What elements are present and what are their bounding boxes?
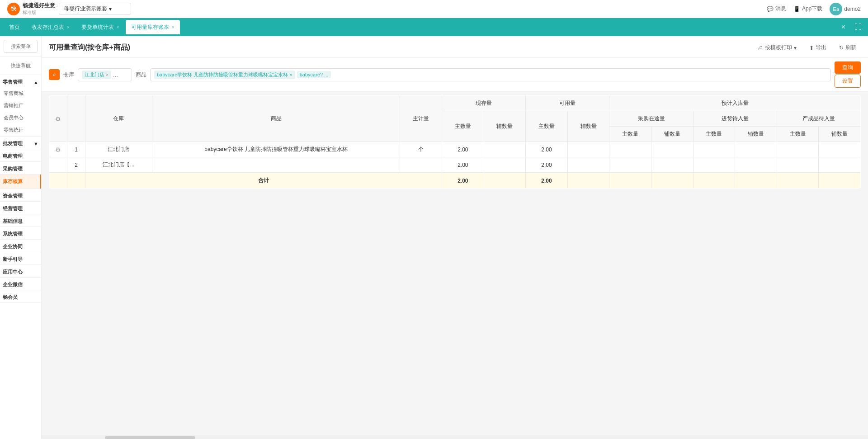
- th-purchase-sub: 辅数量: [651, 127, 693, 142]
- row2-finished-sub: [819, 157, 861, 173]
- row1-gear-icon[interactable]: ⚙: [55, 146, 61, 153]
- product-tag-1: babycare学饮杯 儿童防摔防撞吸管杯重力球吸嘴杯宝宝水杯 ×: [154, 71, 295, 79]
- sidebar-section-ecommerce-title[interactable]: 电商管理: [0, 149, 41, 161]
- row1-unit: 个: [400, 142, 442, 157]
- industry-selector[interactable]: 母婴行业演示账套 ▾: [59, 3, 131, 15]
- product-filter[interactable]: babycare学饮杯 儿童防摔防撞吸管杯重力球吸嘴杯宝宝水杯 × babyca…: [150, 68, 831, 81]
- summary-available-main: 2.00: [526, 173, 568, 189]
- message-label: 消息: [775, 5, 786, 13]
- tab-receipts[interactable]: 收发存汇总表 ×: [26, 20, 75, 34]
- gear-icon[interactable]: ⚙: [55, 115, 61, 123]
- sidebar-item-retail-shop[interactable]: 零售商城: [0, 87, 41, 99]
- tab-home[interactable]: 首页: [4, 20, 25, 34]
- row2-current-sub: [484, 157, 526, 173]
- export-icon: ⬆: [809, 45, 814, 51]
- row1-gear[interactable]: ⚙: [49, 142, 67, 157]
- query-btn[interactable]: 查询: [835, 61, 861, 74]
- message-icon: 💬: [767, 6, 774, 12]
- sidebar-section-wechat: 企业微信: [0, 278, 41, 290]
- tab-available-stock-close[interactable]: ×: [172, 25, 175, 30]
- tab-receipts-close[interactable]: ×: [67, 25, 70, 30]
- message-btn[interactable]: 💬 消息: [767, 5, 786, 13]
- summary-purchase-sub: [651, 173, 693, 189]
- wholesale-arrow-icon: ▼: [33, 141, 38, 146]
- sidebar-section-purchase: 采购管理: [0, 162, 41, 175]
- sidebar-section-wholesale-title[interactable]: 批发管理 ▼: [0, 137, 41, 149]
- sidebar-item-quick-nav[interactable]: 快捷导航: [0, 59, 41, 73]
- sidebar-item-marketing[interactable]: 营销推广: [0, 99, 41, 112]
- maximize-window-btn[interactable]: ⛶: [852, 22, 864, 32]
- sidebar-section-basic-title[interactable]: 基础信息: [0, 214, 41, 227]
- sidebar-section-enterprise-title[interactable]: 企业协同: [0, 240, 41, 252]
- purchase-title-text: 采购管理: [3, 165, 23, 172]
- sidebar-section-wholesale: 批发管理 ▼: [0, 137, 41, 149]
- sidebar-section-basic: 基础信息: [0, 214, 41, 227]
- brand-logo: 快 畅捷通好生意 标准版: [7, 2, 55, 16]
- content-area: 可用量查询(按仓库+商品) 🖨 按模板打印 ▾ ⬆ 导出 ↻ 刷新 »: [42, 36, 868, 439]
- print-chevron-icon: ▾: [794, 45, 797, 51]
- warehouse-filter[interactable]: 江北门店 × ...: [78, 68, 132, 81]
- app-download-btn[interactable]: 📱 App下载: [793, 5, 822, 13]
- warehouse-dots[interactable]: ...: [113, 71, 118, 78]
- filter-expand-btn[interactable]: »: [49, 69, 60, 80]
- sidebar-section-retail-title[interactable]: 零售管理 ▲: [0, 75, 41, 87]
- sidebar-section-inventory-title[interactable]: 库存核算: [0, 175, 41, 189]
- row2-available-sub: [567, 157, 609, 173]
- summary-row: 合计 2.00 2.00: [49, 173, 861, 189]
- operations-title-text: 经营管理: [3, 205, 23, 212]
- row2-gear[interactable]: [49, 157, 67, 173]
- finance-title-text: 资金管理: [3, 193, 23, 199]
- refresh-btn[interactable]: ↻ 刷新: [835, 42, 861, 54]
- sidebar-item-member[interactable]: 会员中心: [0, 112, 41, 124]
- app-download-label: App下载: [802, 5, 822, 13]
- warehouse-tag-remove[interactable]: ×: [106, 72, 108, 77]
- export-btn[interactable]: ⬆ 导出: [805, 42, 831, 54]
- summary-gear: [49, 173, 67, 189]
- product-tag-2-suffix: ...: [324, 72, 328, 77]
- wechat-title-text: 企业微信: [3, 281, 23, 288]
- row2-finished-main: [777, 157, 819, 173]
- sidebar-section-system-title[interactable]: 系统管理: [0, 227, 41, 239]
- user-profile[interactable]: Ea demo2: [830, 3, 861, 15]
- close-window-btn[interactable]: ×: [839, 22, 848, 32]
- sidebar-section-vip-title[interactable]: 畅会员: [0, 290, 41, 302]
- th-warehouse: 仓库: [85, 96, 152, 142]
- tab-orders[interactable]: 要货单统计表 ×: [76, 20, 125, 34]
- product-tag-2-label: babycare?: [300, 72, 323, 77]
- top-bar: 快 畅捷通好生意 标准版 母婴行业演示账套 ▾ 💬 消息 📱 App下载 Ea …: [0, 0, 868, 18]
- tab-home-label: 首页: [9, 24, 20, 31]
- avatar: Ea: [830, 3, 842, 15]
- product-tag-2: babycare? ...: [297, 71, 331, 78]
- row2-inbound-main: [693, 157, 735, 173]
- sidebar-section-apps-title[interactable]: 应用中心: [0, 265, 41, 277]
- bottom-scrollbar[interactable]: [42, 435, 868, 439]
- search-menu-btn[interactable]: 搜索菜单: [4, 40, 38, 53]
- th-gear: ⚙: [49, 96, 67, 142]
- sidebar-section-finance-title[interactable]: 资金管理: [0, 189, 41, 201]
- sidebar-section-operations-title[interactable]: 经营管理: [0, 202, 41, 214]
- sidebar-section-operations: 经营管理: [0, 202, 41, 214]
- print-btn[interactable]: 🖨 按模板打印 ▾: [753, 42, 801, 54]
- th-available-sub: 辅数量: [567, 111, 609, 142]
- sidebar-section-newbie-title[interactable]: 新手引导: [0, 252, 41, 264]
- top-bar-left: 快 畅捷通好生意 标准版 母婴行业演示账套 ▾: [7, 2, 131, 16]
- print-icon: 🖨: [758, 45, 763, 51]
- row2-inbound-sub: [735, 157, 777, 173]
- product-tag-1-remove[interactable]: ×: [289, 72, 292, 77]
- settings-btn[interactable]: 设置: [835, 75, 861, 88]
- summary-inbound-main: [693, 173, 735, 189]
- tab-available-stock[interactable]: 可用量库存账本 ×: [126, 20, 180, 34]
- th-finished-goods-pending: 产成品待入量: [777, 111, 860, 127]
- scrollbar-thumb[interactable]: [105, 436, 195, 439]
- summary-finished-main: [777, 173, 819, 189]
- th-num: [67, 96, 85, 142]
- sidebar-section-wechat-title[interactable]: 企业微信: [0, 278, 41, 290]
- industry-selector-label: 母婴行业演示账套: [64, 5, 107, 13]
- row1-product: babycare学饮杯 儿童防摔防撞吸管杯重力球吸嘴杯宝宝水杯: [152, 142, 400, 157]
- th-inbound-sub: 辅数量: [735, 127, 777, 142]
- tab-orders-close[interactable]: ×: [117, 25, 119, 30]
- th-purchase-main: 主数量: [609, 127, 651, 142]
- refresh-icon: ↻: [839, 45, 844, 51]
- sidebar-section-purchase-title[interactable]: 采购管理: [0, 162, 41, 174]
- sidebar-item-retail-stats[interactable]: 零售统计: [0, 124, 41, 136]
